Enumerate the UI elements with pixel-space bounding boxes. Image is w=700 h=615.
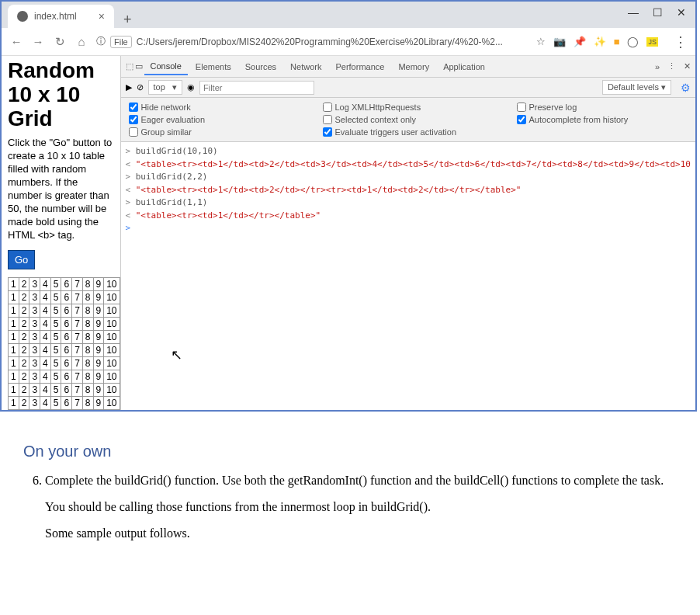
table-cell: 9 [93,317,104,330]
table-cell: 1 [9,343,19,356]
option-label: Hide network [141,102,191,112]
devtools-close-icon[interactable]: ✕ [684,61,691,71]
table-cell: 3 [29,304,40,317]
table-row: 12345678910 [9,396,120,409]
option-checkbox[interactable] [323,102,332,112]
browser-tab[interactable]: index.html × [8,5,114,28]
tab-application[interactable]: Application [437,59,491,75]
console-option[interactable]: Log XMLHttpRequests [323,102,494,112]
table-cell: 9 [93,277,104,290]
option-checkbox[interactable] [129,115,138,124]
table-cell: 9 [93,343,104,356]
filter-input[interactable] [199,81,314,95]
console-option[interactable]: Group similar [129,127,300,137]
tab-sources[interactable]: Sources [239,59,282,75]
new-tab-button[interactable]: + [114,12,141,28]
browser-menu-button[interactable]: ⋮ [674,33,688,50]
table-cell: 2 [19,396,29,409]
table-cell: 8 [82,304,93,317]
table-cell: 1 [9,330,19,343]
ext-icon-6[interactable]: JS [646,37,658,47]
tab-bar: index.html × + [2,2,695,28]
table-cell: 5 [50,304,61,317]
table-cell: 4 [40,304,51,317]
minimize-button[interactable]: — [628,6,639,19]
instruction-item: Complete the buildGrid() function. Use b… [45,471,684,490]
ext-icon-2[interactable]: 📌 [574,36,586,47]
table-cell: 8 [82,383,93,396]
table-cell: 1 [9,277,19,290]
table-cell: 10 [104,330,120,343]
maximize-button[interactable]: ☐ [653,6,663,19]
table-cell: 3 [29,370,40,383]
console-option[interactable]: Preserve log [517,102,688,112]
tab-elements[interactable]: Elements [189,59,237,75]
table-row: 12345678910 [9,290,120,304]
console-option[interactable]: Evaluate triggers user activation [323,127,494,137]
tab-network[interactable]: Network [284,59,327,75]
ext-icon-1[interactable]: 📷 [553,36,566,47]
section-heading: On your own [23,443,684,460]
star-icon[interactable]: ☆ [536,36,546,47]
close-button[interactable]: ✕ [677,6,686,19]
info-icon[interactable]: ⓘ [96,35,106,48]
table-cell: 5 [50,396,61,409]
context-selector[interactable]: top ▾ [148,80,182,95]
table-cell: 6 [61,304,72,317]
table-cell: 7 [72,330,83,343]
console-play-icon[interactable]: ▶ [126,82,132,92]
settings-gear-icon[interactable]: ⚙ [681,82,691,94]
eye-icon[interactable]: ◉ [187,82,195,92]
option-checkbox[interactable] [129,102,138,112]
option-label: Log XMLHttpRequests [335,102,421,112]
inspect-icon[interactable]: ⬚ [126,61,133,71]
table-cell: 3 [29,383,40,396]
option-checkbox[interactable] [323,127,332,137]
option-label: Group similar [141,127,192,137]
console-option[interactable]: Eager evaluation [129,115,300,124]
option-checkbox[interactable] [129,127,138,137]
table-cell: 9 [93,370,104,383]
table-row: 12345678910 [9,356,120,370]
home-button[interactable]: ⌂ [75,35,88,48]
page-description: Click the "Go" button to create a 10 x 1… [8,137,114,241]
tab-performance[interactable]: Performance [329,59,390,75]
option-label: Eager evaluation [141,115,206,124]
table-row: 12345678910 [9,304,120,317]
ext-icon-4[interactable]: ■ [614,36,620,47]
table-cell: 2 [19,330,29,343]
table-cell: 2 [19,277,29,290]
devtools-more-icon[interactable]: » [655,62,660,71]
ext-icon-5[interactable]: ◯ [627,36,639,47]
table-cell: 3 [29,277,40,290]
table-cell: 2 [19,383,29,396]
tab-close-icon[interactable]: × [99,10,105,23]
option-checkbox[interactable] [517,102,526,112]
url-path: C:/Users/jerem/Dropbox/MIS2402%20Program… [137,36,503,47]
option-checkbox[interactable] [323,115,332,124]
tab-memory[interactable]: Memory [392,59,435,75]
devtools-menu-icon[interactable]: ⋮ [667,61,676,71]
console-option[interactable]: Hide network [129,102,300,112]
back-button[interactable]: ← [9,35,23,48]
console-option[interactable]: Autocomplete from history [517,115,688,124]
option-label: Selected context only [335,115,417,124]
reload-button[interactable]: ↻ [53,35,67,49]
console-option[interactable]: Selected context only [323,115,494,124]
tab-console[interactable]: Console [144,58,188,75]
table-cell: 10 [104,290,120,304]
forward-button[interactable]: → [31,35,45,48]
go-button[interactable]: Go [8,250,35,269]
device-icon[interactable]: ▭ [135,61,143,71]
console-clear-icon[interactable]: ⊘ [137,82,144,92]
table-cell: 6 [61,370,72,383]
option-checkbox[interactable] [517,115,526,124]
console-options: Hide networkLog XMLHttpRequestsPreserve … [121,98,696,142]
ext-icon-3[interactable]: ✨ [594,36,606,47]
url-display[interactable]: ⓘ File C:/Users/jerem/Dropbox/MIS2402%20… [96,35,503,48]
tab-favicon-icon [17,11,28,22]
table-cell: 7 [72,396,83,409]
log-levels-selector[interactable]: Default levels ▾ [602,80,671,95]
table-cell: 3 [29,290,40,304]
console-output[interactable]: > buildGrid(10,10) < "<table><tr><td>1</… [121,142,696,410]
